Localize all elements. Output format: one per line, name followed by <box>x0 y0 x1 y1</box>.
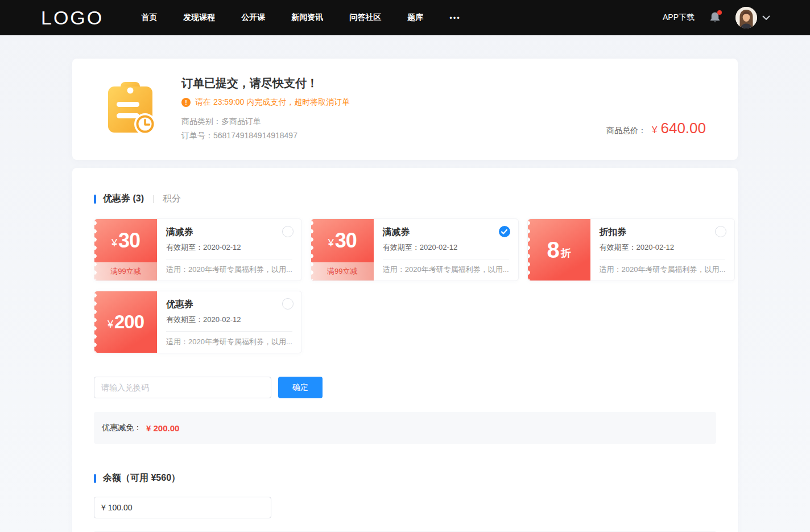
redeem-confirm-button[interactable]: 确定 <box>278 377 323 398</box>
nav-item-home[interactable]: 首页 <box>141 13 157 23</box>
top-nav: LOGO 首页 发现课程 公开课 新闻资讯 问答社区 题库 ••• APP下载 <box>0 0 810 35</box>
section-accent-bar <box>94 474 96 483</box>
balance-section-header: 余额（可用 ¥560） <box>94 472 716 484</box>
coupon-amount-suffix: 折 <box>561 246 571 260</box>
coupon-title: 满减券 <box>383 226 509 238</box>
total-price-label: 商品总价： <box>606 126 646 136</box>
coupon-section-header: 优惠券 (3) 积分 <box>94 193 716 205</box>
coupon-radio-unchecked[interactable] <box>282 226 294 237</box>
nav-right-cluster: APP下载 <box>663 7 770 28</box>
coupon-card-full-reduction-1[interactable]: ¥ 30 满99立减 满减券 有效期至：2020-02-12 适用：2020年考… <box>94 218 302 281</box>
nav-more-icon[interactable]: ••• <box>449 14 461 22</box>
coupon-amount: 200 <box>114 311 144 333</box>
notification-bell-icon[interactable] <box>709 11 721 24</box>
coupon-amount: 30 <box>118 229 140 253</box>
warning-text: 请在 23:59:00 内完成支付，超时将取消订单 <box>195 97 350 108</box>
notification-badge <box>717 10 722 15</box>
coupon-currency: ¥ <box>108 319 113 331</box>
balance-amount-input[interactable] <box>94 497 271 518</box>
coupon-scope: 适用：2020年考研专属福利券，以用... <box>166 331 292 353</box>
nav-item-open-courses[interactable]: 公开课 <box>241 13 265 23</box>
nav-item-news[interactable]: 新闻资讯 <box>291 13 323 23</box>
coupon-radio-checked[interactable] <box>499 226 510 237</box>
user-avatar[interactable] <box>735 7 757 28</box>
warning-icon: ! <box>181 98 191 107</box>
order-clipboard-icon <box>105 81 155 138</box>
order-category: 商品类别：多商品订单 <box>181 114 350 129</box>
total-price-value: 640.00 <box>660 119 706 137</box>
coupon-expiry: 有效期至：2020-02-12 <box>600 242 726 253</box>
coupon-title: 满减券 <box>166 226 292 238</box>
coupon-scope: 适用：2020年考研专属福利券，以用... <box>166 259 292 281</box>
coupon-scope: 适用：2020年考研专属福利券，以用... <box>600 259 726 281</box>
coupon-amount: 30 <box>335 229 357 253</box>
coupon-radio-unchecked[interactable] <box>282 298 294 310</box>
nav-item-discover-courses[interactable]: 发现课程 <box>183 13 215 23</box>
coupon-currency: ¥ <box>111 237 117 249</box>
user-menu[interactable] <box>735 7 770 28</box>
coupon-list: ¥ 30 满99立减 满减券 有效期至：2020-02-12 适用：2020年考… <box>94 218 716 353</box>
balance-title: 余额（可用 ¥560） <box>103 472 180 484</box>
coupon-card-voucher[interactable]: ¥ 200 优惠券 有效期至：2020-02-12 适用：2020年考研专属福利… <box>94 291 302 353</box>
coupon-value-stub: ¥ 200 <box>94 291 157 353</box>
order-status-title: 订单已提交，请尽快支付！ <box>181 76 350 91</box>
order-meta: 商品类别：多商品订单 订单号：5681749184914918497 <box>181 114 350 143</box>
coupon-value-stub: 8 折 <box>528 219 590 281</box>
coupon-value-stub: ¥ 30 满99立减 <box>311 219 374 281</box>
redeem-code-row: 确定 <box>94 377 716 398</box>
coupon-value-stub: ¥ 30 满99立减 <box>94 219 157 281</box>
coupon-card-discount[interactable]: 8 折 折扣券 有效期至：2020-02-12 适用：2020年考研专属福利券，… <box>527 218 735 281</box>
redeem-code-input[interactable] <box>94 377 271 398</box>
balance-input-row <box>94 497 716 518</box>
tab-coupons[interactable]: 优惠券 (3) <box>103 193 144 205</box>
discount-value: ¥ 200.00 <box>146 423 179 433</box>
currency-symbol: ¥ <box>652 125 657 136</box>
coupon-title: 优惠券 <box>166 299 292 311</box>
payment-deadline-warning: ! 请在 23:59:00 内完成支付，超时将取消订单 <box>181 97 350 108</box>
coupon-scope: 适用：2020年考研专属福利券，以用... <box>383 259 509 281</box>
nav-menu: 首页 发现课程 公开课 新闻资讯 问答社区 题库 ••• <box>141 13 461 23</box>
coupon-expiry: 有效期至：2020-02-12 <box>166 315 292 325</box>
coupon-condition-badge: 满99立减 <box>94 262 157 281</box>
coupon-condition-badge: 满99立减 <box>311 262 374 281</box>
coupon-currency: ¥ <box>328 237 334 249</box>
order-number: 订单号：5681749184914918497 <box>181 129 350 143</box>
tab-points[interactable]: 积分 <box>163 193 181 205</box>
discount-summary-row: 优惠减免： ¥ 200.00 <box>94 412 716 444</box>
payment-options-card: 优惠券 (3) 积分 ¥ 30 满99立减 满减券 有效期至：2020-02-1… <box>72 168 738 532</box>
chevron-down-icon <box>762 15 770 20</box>
coupon-expiry: 有效期至：2020-02-12 <box>383 242 509 253</box>
app-download-link[interactable]: APP下载 <box>663 13 695 23</box>
nav-item-qa-community[interactable]: 问答社区 <box>349 13 381 23</box>
coupon-expiry: 有效期至：2020-02-12 <box>166 242 292 253</box>
order-info: 订单已提交，请尽快支付！ ! 请在 23:59:00 内完成支付，超时将取消订单… <box>181 76 350 143</box>
logo[interactable]: LOGO <box>41 7 104 29</box>
coupon-amount: 8 <box>547 237 559 263</box>
coupon-title: 折扣券 <box>600 226 726 238</box>
order-total-price: 商品总价： ¥ 640.00 <box>606 119 706 137</box>
discount-label: 优惠减免： <box>102 423 142 433</box>
section-accent-bar <box>94 195 96 204</box>
nav-item-question-bank[interactable]: 题库 <box>407 13 423 23</box>
tab-divider <box>153 195 154 203</box>
order-submitted-banner: 订单已提交，请尽快支付！ ! 请在 23:59:00 内完成支付，超时将取消订单… <box>72 59 738 160</box>
coupon-card-full-reduction-2[interactable]: ¥ 30 满99立减 满减券 有效期至：2020-02-12 适用：2020年考… <box>311 218 519 281</box>
